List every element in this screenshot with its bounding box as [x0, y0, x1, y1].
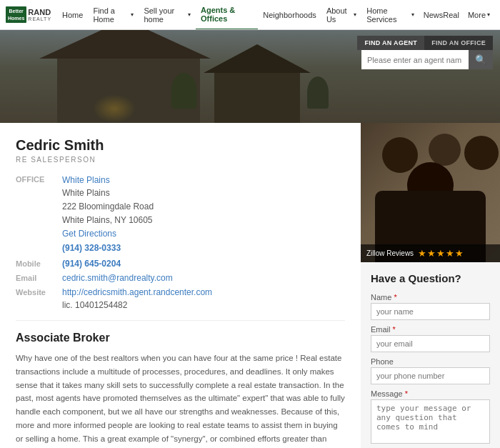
right-panel: Zillow Reviews ★★★★★ Have a Question? Na…: [361, 123, 500, 448]
mobile-row: Mobile (914) 645-0204: [16, 259, 345, 269]
bio-text: Why have one of the best realtors when y…: [16, 352, 345, 448]
email-input[interactable]: [371, 335, 490, 352]
search-button[interactable]: 🔍: [469, 50, 493, 69]
question-form: Have a Question? Name * Email * Phone Me…: [361, 262, 500, 448]
website-link[interactable]: http://cedricsmith.agent.randcenter.com: [62, 287, 212, 297]
message-label: Message *: [371, 389, 490, 398]
bio-title: Associate Broker: [16, 332, 345, 344]
navigation: BetterHomes RAND REALTY Home Find a Home…: [0, 0, 500, 30]
office-row: OFFICE White Plains White Plains222 Bloo…: [16, 174, 345, 253]
name-input[interactable]: [371, 303, 490, 320]
website-label: Website: [16, 288, 62, 297]
website-row: Website http://cedricsmith.agent.randcen…: [16, 287, 345, 297]
agent-photo: Zillow Reviews ★★★★★: [361, 123, 500, 262]
logo[interactable]: BetterHomes RAND REALTY: [6, 6, 51, 22]
form-title: Have a Question?: [371, 272, 490, 284]
office-phone-link[interactable]: (914) 328-0333: [62, 243, 121, 253]
form-name-group: Name *: [371, 293, 490, 320]
office-address: White Plains222 Bloomingdale RoadWhite P…: [62, 186, 154, 228]
email-row: Email cedric.smith@randrealty.com: [16, 273, 345, 283]
agent-panel: Cedric Smith RE SALESPERSON OFFICE White…: [0, 123, 361, 448]
agent-title: RE SALESPERSON: [16, 156, 345, 164]
office-name-link[interactable]: White Plains: [62, 175, 110, 185]
mobile-label: Mobile: [16, 259, 62, 268]
search-tabs: FIND AN AGENT FIND AN OFFICE: [357, 36, 493, 50]
office-info: White Plains White Plains222 Bloomingdal…: [62, 174, 154, 253]
lic-row: lic. 10401254482: [16, 300, 345, 310]
divider: [16, 320, 345, 321]
email-form-label: Email *: [371, 325, 490, 334]
zillow-bar: Zillow Reviews ★★★★★: [361, 244, 500, 262]
mobile-link[interactable]: (914) 645-0204: [62, 259, 121, 269]
lic-number: lic. 10401254482: [62, 300, 127, 310]
main-content: Cedric Smith RE SALESPERSON OFFICE White…: [0, 123, 500, 448]
search-input[interactable]: [361, 51, 469, 69]
search-input-container: 🔍: [361, 50, 493, 69]
email-link[interactable]: cedric.smith@randrealty.com: [62, 273, 173, 283]
nav-item-about[interactable]: About Us▾: [321, 0, 361, 30]
form-phone-group: Phone: [371, 357, 490, 384]
nav-item-more[interactable]: More▾: [464, 0, 494, 30]
nav-item-sell[interactable]: Sell your home▾: [139, 0, 196, 30]
email-label: Email: [16, 274, 62, 282]
message-textarea[interactable]: [371, 399, 490, 444]
phone-input[interactable]: [371, 367, 490, 384]
nav-item-home[interactable]: Home: [57, 0, 88, 30]
zillow-stars: ★★★★★: [418, 248, 464, 259]
find-office-tab[interactable]: FIND AN OFFICE: [424, 36, 493, 50]
name-label: Name *: [371, 293, 490, 302]
find-agent-tab[interactable]: FIND AN AGENT: [357, 36, 424, 50]
nav-item-newsreal[interactable]: NewsReal: [419, 0, 464, 30]
form-message-group: Message *: [371, 389, 490, 446]
office-label: OFFICE: [16, 174, 62, 184]
form-email-group: Email *: [371, 325, 490, 352]
nav-item-neighborhoods[interactable]: Neighborhoods: [258, 0, 321, 30]
get-directions-link[interactable]: Get Directions: [62, 229, 116, 239]
nav-item-agents[interactable]: Agents & Offices: [196, 0, 258, 30]
zillow-label: Zillow Reviews: [366, 249, 414, 257]
nav-item-home-services[interactable]: Home Services▾: [361, 0, 419, 30]
nav-item-find-home[interactable]: Find a Home▾: [88, 0, 139, 30]
phone-label: Phone: [371, 357, 490, 366]
hero-section: FIND AN AGENT FIND AN OFFICE 🔍: [0, 30, 500, 123]
agent-name: Cedric Smith: [16, 137, 345, 154]
search-area: FIND AN AGENT FIND AN OFFICE 🔍: [357, 36, 493, 69]
nav-items: Home Find a Home▾ Sell your home▾ Agents…: [57, 0, 494, 30]
